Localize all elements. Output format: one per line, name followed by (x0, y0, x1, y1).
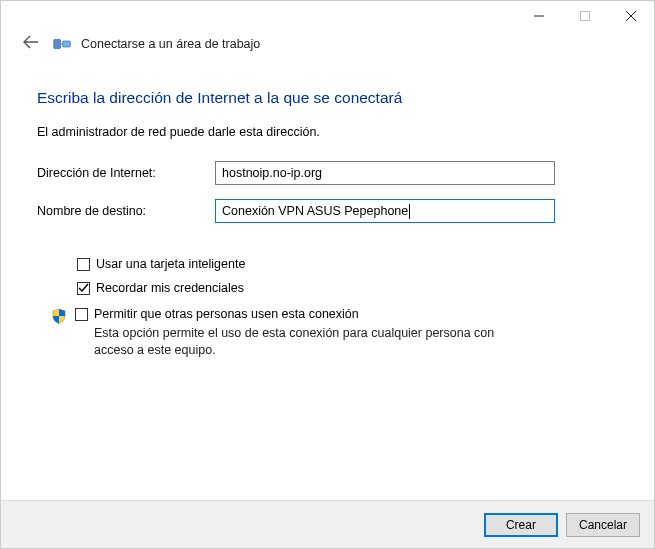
label-destination-name: Nombre de destino: (37, 204, 215, 218)
checkbox-icon (75, 308, 88, 321)
cancel-button[interactable]: Cancelar (566, 513, 640, 537)
wizard-header: Conectarse a un área de trabajo (1, 31, 654, 63)
uac-shield-icon (51, 308, 67, 324)
checkbox-allow-others-label: Permitir que otras personas usen esta co… (94, 307, 359, 321)
svg-rect-4 (54, 40, 61, 49)
checkbox-smartcard[interactable]: Usar una tarjeta inteligente (77, 257, 618, 271)
svg-rect-1 (581, 12, 590, 21)
row-internet-address: Dirección de Internet: (37, 161, 618, 185)
row-destination-name: Nombre de destino: Conexión VPN ASUS Pep… (37, 199, 618, 223)
workplace-icon (53, 37, 71, 51)
checkbox-remember-credentials[interactable]: Recordar mis credenciales (77, 281, 618, 295)
label-internet-address: Dirección de Internet: (37, 166, 215, 180)
back-button[interactable] (19, 35, 43, 53)
input-destination-name[interactable]: Conexión VPN ASUS Pepephone (215, 199, 555, 223)
checkbox-icon (77, 258, 90, 271)
titlebar (1, 1, 654, 31)
svg-rect-5 (63, 41, 71, 47)
checkbox-allow-others[interactable]: Permitir que otras personas usen esta co… (75, 307, 534, 321)
wizard-content: Escriba la dirección de Internet a la qu… (1, 63, 654, 359)
page-subtext: El administrador de red puede darle esta… (37, 125, 618, 139)
allow-others-description: Esta opción permite el uso de esta conex… (94, 325, 534, 359)
minimize-button[interactable] (516, 1, 562, 31)
maximize-button (562, 1, 608, 31)
checkbox-icon-checked (77, 282, 90, 295)
wizard-title: Conectarse a un área de trabajo (81, 37, 260, 51)
checkbox-remember-label: Recordar mis credenciales (96, 281, 244, 295)
text-caret (409, 204, 410, 219)
input-internet-address[interactable] (215, 161, 555, 185)
checkbox-smartcard-label: Usar una tarjeta inteligente (96, 257, 245, 271)
create-button[interactable]: Crear (484, 513, 558, 537)
close-button[interactable] (608, 1, 654, 31)
wizard-footer: Crear Cancelar (1, 500, 654, 548)
page-heading: Escriba la dirección de Internet a la qu… (37, 89, 618, 107)
row-allow-others: Permitir que otras personas usen esta co… (51, 307, 618, 359)
check-icon (78, 283, 89, 294)
options-block: Usar una tarjeta inteligente Recordar mi… (77, 257, 618, 295)
maximize-icon (580, 11, 590, 21)
close-icon (626, 11, 636, 21)
back-arrow-icon (23, 35, 39, 49)
minimize-icon (534, 11, 544, 21)
